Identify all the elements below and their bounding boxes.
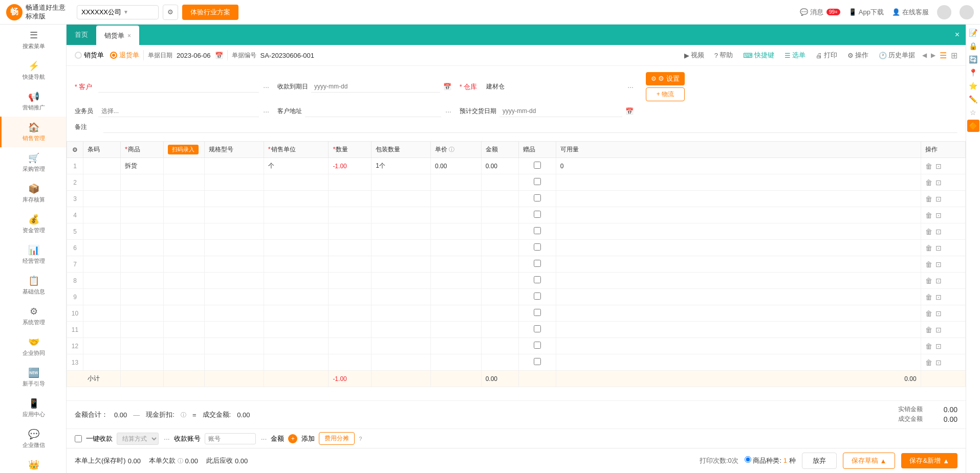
- row-barcode[interactable]: [83, 256, 121, 273]
- row-quantity[interactable]: [329, 305, 372, 322]
- row-pack-qty[interactable]: [372, 256, 431, 273]
- row-product[interactable]: [121, 240, 164, 256]
- row-spec[interactable]: [204, 273, 264, 289]
- row-barcode[interactable]: [83, 174, 121, 191]
- row-spec[interactable]: [204, 338, 264, 354]
- trial-btn[interactable]: 体验行业方案: [182, 5, 238, 20]
- warehouse-more-btn[interactable]: ···: [627, 83, 634, 91]
- row-product[interactable]: [121, 223, 164, 240]
- delete-icon[interactable]: 🗑: [925, 195, 932, 203]
- discard-button[interactable]: 放弃: [802, 453, 837, 469]
- radio-sales-order[interactable]: 销货单: [75, 51, 104, 60]
- row-barcode[interactable]: [83, 322, 121, 338]
- row-unit-price[interactable]: [431, 223, 482, 240]
- row-product[interactable]: [121, 174, 164, 191]
- account-input[interactable]: [205, 433, 256, 444]
- view-grid-icon[interactable]: ⊞: [951, 51, 957, 60]
- delete-icon[interactable]: 🗑: [925, 211, 932, 219]
- row-pack-qty[interactable]: 1个: [372, 158, 431, 174]
- expected-date-input[interactable]: [499, 105, 622, 117]
- row-unit-price[interactable]: [431, 191, 482, 207]
- method-more-btn[interactable]: ···: [164, 435, 170, 443]
- row-amount[interactable]: [481, 322, 518, 338]
- row-amount[interactable]: 0.00: [481, 158, 518, 174]
- select-btn[interactable]: ☰ 选单: [781, 49, 809, 61]
- save-draft-button[interactable]: 保存草稿 ▲: [843, 453, 896, 469]
- row-gift[interactable]: [518, 240, 556, 256]
- row-unit[interactable]: [264, 273, 329, 289]
- calendar-icon[interactable]: 📅: [215, 52, 223, 59]
- due-date-input[interactable]: [311, 81, 440, 93]
- sidebar-item-enterprise[interactable]: 🤝 企业协同: [0, 331, 66, 362]
- addr-more-btn[interactable]: ···: [445, 107, 451, 116]
- row-quantity[interactable]: [329, 273, 372, 289]
- row-unit-price[interactable]: [431, 354, 482, 371]
- row-gift[interactable]: [518, 223, 556, 240]
- row-unit[interactable]: [264, 338, 329, 354]
- copy-icon[interactable]: ⊡: [935, 211, 942, 219]
- row-spec[interactable]: [204, 305, 264, 322]
- right-panel-btn-8[interactable]: 🔶: [967, 120, 979, 132]
- row-barcode[interactable]: [83, 305, 121, 322]
- copy-icon[interactable]: ⊡: [935, 358, 942, 367]
- sidebar-item-guide[interactable]: 🆕 新手引导: [0, 362, 66, 393]
- row-amount[interactable]: [481, 256, 518, 273]
- avatar[interactable]: [937, 5, 951, 19]
- row-product[interactable]: [121, 273, 164, 289]
- row-unit-price[interactable]: [431, 174, 482, 191]
- row-quantity[interactable]: -1.00: [329, 158, 372, 174]
- copy-icon[interactable]: ⊡: [935, 244, 942, 252]
- setting-button[interactable]: ⚙ ⚙ 设置: [646, 72, 685, 85]
- row-barcode[interactable]: [83, 354, 121, 371]
- sidebar-item-quicknav[interactable]: ⚡ 快捷导航: [0, 55, 66, 86]
- copy-icon[interactable]: ⊡: [935, 260, 942, 268]
- delete-icon[interactable]: 🗑: [925, 244, 932, 252]
- copy-icon[interactable]: ⊡: [935, 277, 942, 285]
- row-gift[interactable]: [518, 354, 556, 371]
- row-gift[interactable]: [518, 289, 556, 305]
- sidebar-item-basic[interactable]: 📋 基础信息: [0, 270, 66, 301]
- customer-more-btn[interactable]: ···: [263, 83, 269, 91]
- row-barcode[interactable]: [83, 158, 121, 174]
- row-barcode[interactable]: [83, 240, 121, 256]
- row-pack-qty[interactable]: [372, 305, 431, 322]
- copy-icon[interactable]: ⊡: [935, 162, 942, 170]
- row-barcode[interactable]: [83, 223, 121, 240]
- row-spec[interactable]: [204, 158, 264, 174]
- salesperson-input[interactable]: [98, 105, 259, 117]
- right-panel-btn-3[interactable]: 🔄: [967, 53, 979, 65]
- row-quantity[interactable]: [329, 240, 372, 256]
- delete-icon[interactable]: 🗑: [925, 277, 932, 285]
- row-unit[interactable]: [264, 174, 329, 191]
- row-amount[interactable]: [481, 273, 518, 289]
- row-product[interactable]: [121, 191, 164, 207]
- help-btn[interactable]: ? 帮助: [711, 49, 736, 61]
- history-btn[interactable]: 🕐 历史单据: [876, 49, 918, 61]
- sidebar-item-finance[interactable]: 💰 资金管理: [0, 209, 66, 239]
- row-amount[interactable]: [481, 354, 518, 371]
- sidebar-item-inventory[interactable]: 📦 库存核算: [0, 178, 66, 209]
- tab-bar-close-btn[interactable]: ×: [955, 30, 960, 39]
- one-click-checkbox[interactable]: [75, 435, 82, 442]
- row-amount[interactable]: [481, 305, 518, 322]
- row-gift[interactable]: [518, 158, 556, 174]
- delete-icon[interactable]: 🗑: [925, 309, 932, 318]
- save-new-button[interactable]: 保存&新增 ▲: [901, 453, 957, 468]
- row-gift[interactable]: [518, 322, 556, 338]
- row-quantity[interactable]: [329, 338, 372, 354]
- tab-sales-order[interactable]: 销货单 ×: [96, 26, 139, 46]
- logistics-button[interactable]: + 物流: [646, 87, 685, 101]
- row-product[interactable]: [121, 289, 164, 305]
- row-gift[interactable]: [518, 191, 556, 207]
- row-unit[interactable]: [264, 207, 329, 223]
- row-amount[interactable]: [481, 338, 518, 354]
- row-gift[interactable]: [518, 256, 556, 273]
- app-download-button[interactable]: 📱 App下载: [848, 8, 884, 17]
- right-panel-btn-6[interactable]: ✏️: [967, 93, 979, 105]
- scan-button[interactable]: 扫码录入: [168, 145, 199, 154]
- company-selector[interactable]: XXXXXX公司 ▼: [77, 5, 159, 19]
- nav-prev-icon[interactable]: ◀: [922, 52, 927, 59]
- row-unit-price[interactable]: [431, 338, 482, 354]
- row-quantity[interactable]: [329, 322, 372, 338]
- row-product[interactable]: [121, 305, 164, 322]
